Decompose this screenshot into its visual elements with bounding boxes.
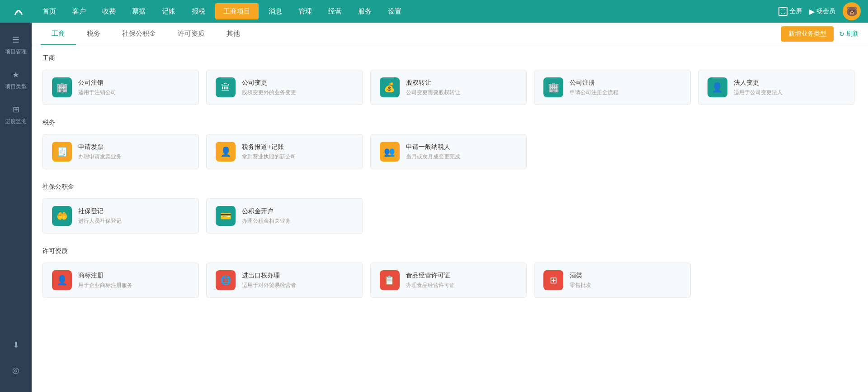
card-desc: 申请公司注册全流程	[570, 89, 618, 96]
card-title: 商标注册	[78, 272, 132, 280]
card-icon: 👥	[380, 142, 400, 162]
cards-grid: 🤲 社保登记 进行人员社保登记 💳 公积金开户 办理公积金相关业务	[42, 198, 857, 234]
fullscreen-label: 全屏	[789, 7, 802, 15]
card-icon: 👤	[52, 270, 72, 290]
card-icon: 👤	[216, 142, 236, 162]
nav-item-收费[interactable]: 收费	[94, 0, 124, 23]
card-title: 进出口权办理	[242, 272, 296, 280]
service-card[interactable]: 👤 税务报道+记账 拿到营业执照的新公司	[206, 134, 363, 169]
card-desc: 进行人员社保登记	[78, 217, 122, 225]
card-title: 社保登记	[78, 207, 122, 215]
card-desc: 适用于对外贸易经营者	[242, 282, 296, 289]
card-title: 酒类	[570, 272, 591, 280]
main-layout: ☰项目管理★项目类型⊞进度监测 ⬇◎ 工商税务社保公积金许可资质其他 新增业务类…	[0, 23, 868, 392]
nav-right: ⛶ 全屏 ▶ 畅会员 🐻	[778, 2, 861, 20]
card-info: 公司变更 股权变更外的业务变更	[242, 79, 296, 96]
add-type-button[interactable]: 新增业务类型	[781, 26, 834, 42]
fullscreen-button[interactable]: ⛶ 全屏	[778, 7, 802, 16]
card-info: 股权转让 公司变更需要股权转让	[406, 79, 460, 96]
card-info: 商标注册 用于企业商标注册服务	[78, 272, 132, 289]
service-card[interactable]: 👥 申请一般纳税人 当月或次月成变更完成	[370, 134, 527, 169]
sidebar-item-进度监测[interactable]: ⊞进度监测	[0, 97, 32, 132]
card-info: 法人变更 适用于公司变更法人	[734, 79, 783, 96]
tab-其他[interactable]: 其他	[216, 23, 251, 45]
tab-许可资质[interactable]: 许可资质	[167, 23, 216, 45]
card-title: 公司变更	[242, 79, 296, 87]
tab-税务[interactable]: 税务	[76, 23, 111, 45]
card-icon: 🧾	[52, 142, 72, 162]
service-card[interactable]: 🏢 公司注销 适用于注销公司	[42, 70, 199, 105]
service-card[interactable]: 🤲 社保登记 进行人员社保登记	[42, 198, 199, 234]
service-card[interactable]: 💳 公积金开户 办理公积金相关业务	[206, 198, 363, 234]
card-title: 公司注册	[570, 79, 618, 87]
section-title: 社保公积金	[42, 183, 857, 191]
card-title: 股权转让	[406, 79, 460, 87]
card-title: 公司注销	[78, 79, 116, 87]
nav-item-报税[interactable]: 报税	[184, 0, 213, 23]
sidebar-icon: ☰	[9, 33, 22, 46]
card-title: 公积金开户	[242, 207, 291, 215]
card-desc: 适用于公司变更法人	[734, 89, 783, 96]
refresh-icon: ↻	[839, 30, 844, 38]
card-desc: 适用于注销公司	[78, 89, 116, 96]
sidebar-bottom-item[interactable]: ⬇	[0, 332, 32, 358]
card-title: 税务报道+记账	[242, 143, 296, 151]
card-title: 食品经营许可证	[406, 272, 455, 280]
card-desc: 公司变更需要股权转让	[406, 89, 460, 96]
card-info: 申请发票 办理申请发票业务	[78, 143, 122, 161]
nav-item-客户[interactable]: 客户	[64, 0, 94, 23]
service-card[interactable]: 🧾 申请发票 办理申请发票业务	[42, 134, 199, 169]
sidebar-label: 项目类型	[5, 83, 27, 91]
sidebar-item-项目管理[interactable]: ☰项目管理	[0, 27, 32, 62]
section-社保公积金: 社保公积金 🤲 社保登记 进行人员社保登记 💳 公积金开户 办理公积金相关业务	[42, 183, 857, 234]
nav-item-管理[interactable]: 管理	[290, 0, 320, 23]
card-icon: 👤	[708, 77, 727, 97]
card-desc: 办理申请发票业务	[78, 153, 122, 161]
card-info: 进出口权办理 适用于对外贸易经营者	[242, 272, 296, 289]
tab-社保公积金[interactable]: 社保公积金	[111, 23, 167, 45]
section-税务: 税务 🧾 申请发票 办理申请发票业务 👤 税务报道+记账 拿到营业执照的新公司 …	[42, 119, 857, 169]
card-title: 法人变更	[734, 79, 783, 87]
cards-grid: 🏢 公司注销 适用于注销公司 🏛 公司变更 股权变更外的业务变更 💰 股权转让 …	[42, 70, 857, 105]
service-card[interactable]: 🏛 公司变更 股权变更外的业务变更	[206, 70, 363, 105]
tabs: 工商税务社保公积金许可资质其他	[41, 23, 781, 45]
nav-item-首页[interactable]: 首页	[34, 0, 64, 23]
service-card[interactable]: 🌐 进出口权办理 适用于对外贸易经营者	[206, 263, 363, 298]
sidebar-label: 项目管理	[5, 48, 27, 56]
top-navigation: 首页客户收费票据记账报税工商项目消息管理经营服务设置 ⛶ 全屏 ▶ 畅会员 🐻	[0, 0, 868, 23]
scroll-content: 工商 🏢 公司注销 适用于注销公司 🏛 公司变更 股权变更外的业务变更 💰 股权…	[32, 45, 868, 392]
nav-item-经营[interactable]: 经营	[320, 0, 350, 23]
card-info: 社保登记 进行人员社保登记	[78, 207, 122, 225]
sidebar-bottom-item[interactable]: ◎	[0, 358, 32, 383]
section-许可资质: 许可资质 👤 商标注册 用于企业商标注册服务 🌐 进出口权办理 适用于对外贸易经…	[42, 247, 857, 298]
section-title: 许可资质	[42, 247, 857, 255]
content-area: 工商税务社保公积金许可资质其他 新增业务类型 ↻ 刷新 工商 🏢 公司注销 适用…	[32, 23, 868, 392]
service-card[interactable]: 👤 商标注册 用于企业商标注册服务	[42, 263, 199, 298]
service-card[interactable]: 📋 食品经营许可证 办理食品经营许可证	[370, 263, 527, 298]
nav-item-记账[interactable]: 记账	[154, 0, 184, 23]
service-card[interactable]: 👤 法人变更 适用于公司变更法人	[698, 70, 854, 105]
card-desc: 办理食品经营许可证	[406, 282, 455, 289]
tab-工商[interactable]: 工商	[41, 23, 76, 45]
card-icon: 🤲	[52, 206, 72, 226]
service-card[interactable]: 💰 股权转让 公司变更需要股权转让	[370, 70, 527, 105]
section-工商: 工商 🏢 公司注销 适用于注销公司 🏛 公司变更 股权变更外的业务变更 💰 股权…	[42, 54, 857, 105]
card-desc: 股权变更外的业务变更	[242, 89, 296, 96]
refresh-button[interactable]: ↻ 刷新	[839, 30, 859, 38]
nav-item-工商项目[interactable]: 工商项目	[215, 3, 259, 19]
nav-item-票据[interactable]: 票据	[124, 0, 154, 23]
nav-item-消息[interactable]: 消息	[260, 0, 290, 23]
sidebar-item-项目类型[interactable]: ★项目类型	[0, 62, 32, 97]
card-info: 食品经营许可证 办理食品经营许可证	[406, 272, 455, 289]
section-title: 工商	[42, 54, 857, 62]
service-card[interactable]: ⊞ 酒类 零售批发	[534, 263, 690, 298]
avatar[interactable]: 🐻	[843, 2, 861, 20]
member-button[interactable]: ▶ 畅会员	[809, 7, 835, 16]
card-desc: 办理公积金相关业务	[242, 217, 291, 225]
service-card[interactable]: 🏢 公司注册 申请公司注册全流程	[534, 70, 690, 105]
nav-item-服务[interactable]: 服务	[350, 0, 380, 23]
card-desc: 用于企业商标注册服务	[78, 282, 132, 289]
cards-grid: 👤 商标注册 用于企业商标注册服务 🌐 进出口权办理 适用于对外贸易经营者 📋 …	[42, 263, 857, 298]
card-desc: 拿到营业执照的新公司	[242, 153, 296, 161]
nav-item-设置[interactable]: 设置	[380, 0, 410, 23]
